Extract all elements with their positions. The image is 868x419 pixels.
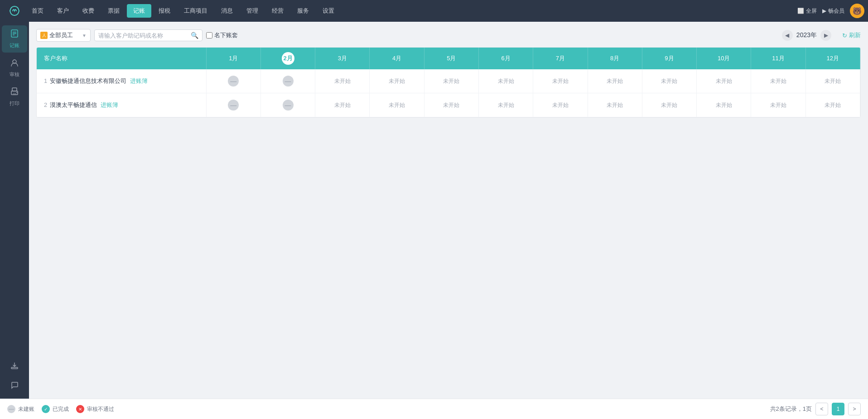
nav-message[interactable]: 消息: [215, 4, 239, 18]
fullscreen-button[interactable]: ⬜ 全屏: [797, 7, 817, 15]
chevron-down-icon: ▼: [82, 33, 87, 38]
download-icon: [10, 361, 19, 372]
month-cell-6: 未开始: [479, 93, 533, 117]
not-created-status: —: [283, 100, 294, 111]
sidebar-item-audit[interactable]: 审核: [2, 54, 27, 82]
enter-ledger-link[interactable]: 进账簿: [101, 101, 118, 108]
refresh-button[interactable]: ↻ 刷新: [842, 31, 861, 39]
nav-tax[interactable]: 报税: [152, 4, 177, 18]
month-cell-11: 未开始: [751, 93, 805, 117]
nav-accounting[interactable]: 记账: [127, 4, 151, 18]
col-header-jul: 7月: [533, 48, 588, 69]
my-accounts-checkbox-input[interactable]: [206, 32, 212, 39]
vip-label: 畅会员: [828, 7, 844, 15]
month-cell-8: 未开始: [588, 69, 642, 93]
not-started-status: 未开始: [552, 102, 569, 108]
month-cell-7: 未开始: [533, 93, 588, 117]
month-cell-3: 未开始: [315, 69, 370, 93]
col-header-nov: 11月: [751, 48, 805, 69]
not-started-status: 未开始: [607, 102, 623, 108]
nav-customer[interactable]: 客户: [51, 4, 75, 18]
pagination: 共2条记录，1页 < 1 >: [770, 403, 861, 415]
employee-label: 全部员工: [49, 31, 80, 39]
completed-label: 已完成: [53, 405, 69, 413]
nav-fee[interactable]: 收费: [76, 4, 101, 18]
month-cell-7: 未开始: [533, 69, 588, 93]
enter-ledger-link[interactable]: 进账簿: [130, 77, 148, 84]
main-layout: 记账 审核 打印: [0, 22, 868, 399]
sidebar-bottom-section: [2, 358, 27, 395]
not-started-status: 未开始: [716, 102, 732, 108]
not-created-label: 未建账: [18, 405, 34, 413]
nav-operation[interactable]: 经营: [265, 4, 290, 18]
search-input[interactable]: [98, 32, 189, 39]
my-accounts-checkbox[interactable]: 名下账套: [206, 31, 238, 39]
not-started-status: 未开始: [389, 78, 405, 84]
sidebar-item-print[interactable]: 打印: [2, 83, 27, 111]
col-header-feb: 2月: [260, 48, 315, 69]
play-icon: ▶: [822, 8, 826, 14]
month-cell-6: 未开始: [479, 69, 533, 93]
nav-invoice[interactable]: 票据: [101, 4, 126, 18]
month-cell-10: 未开始: [697, 69, 751, 93]
col-header-aug: 8月: [588, 48, 642, 69]
col-header-jan: 1月: [206, 48, 260, 69]
col-header-jun: 6月: [479, 48, 533, 69]
sidebar-audit-label: 审核: [10, 71, 19, 78]
page-1-button[interactable]: 1: [832, 403, 844, 415]
nav-menu: 首页 客户 收费 票据 记账 报税 工商项目 消息 管理 经营 服务 设置: [25, 4, 797, 18]
sidebar-item-download[interactable]: [2, 358, 27, 376]
month-cell-1: —: [206, 93, 260, 117]
not-started-status: 未开始: [552, 78, 569, 84]
month-cell-9: 未开始: [642, 93, 696, 117]
prev-year-button[interactable]: ◀: [782, 30, 793, 41]
sidebar-item-chat[interactable]: [2, 377, 27, 395]
sidebar-item-accounting[interactable]: 记账: [2, 25, 27, 53]
col-header-may: 5月: [424, 48, 478, 69]
my-accounts-label: 名下账套: [214, 31, 238, 39]
year-label: 2023年: [796, 31, 817, 39]
employee-icon: 人: [40, 32, 48, 39]
search-icon[interactable]: 🔍: [191, 32, 198, 39]
month-cell-5: 未开始: [424, 69, 478, 93]
completed-icon: ✓: [42, 405, 50, 413]
not-created-status: —: [228, 100, 239, 111]
not-started-status: 未开始: [661, 78, 677, 84]
audit-icon: [10, 58, 19, 69]
toolbar: 人 全部员工 ▼ 🔍 名下账套 ◀ 2023年 ▶ ↻ 刷新: [36, 29, 861, 42]
next-year-button[interactable]: ▶: [820, 30, 831, 41]
not-started-status: 未开始: [607, 78, 623, 84]
prev-page-button[interactable]: <: [815, 403, 828, 415]
not-started-status: 未开始: [443, 78, 459, 84]
month-cell-10: 未开始: [697, 93, 751, 117]
legend-not-created: — 未建账: [7, 405, 34, 413]
not-started-status: 未开始: [770, 102, 786, 108]
nav-manage[interactable]: 管理: [240, 4, 265, 18]
not-started-status: 未开始: [661, 102, 677, 108]
client-name: 漠澳太平畅捷通信: [50, 101, 97, 108]
svg-rect-7: [13, 93, 16, 95]
nav-home[interactable]: 首页: [25, 4, 50, 18]
vip-button[interactable]: ▶ 畅会员: [822, 7, 844, 15]
table-row: 1安徽畅捷通信息技术有限公司进账簿——未开始未开始未开始未开始未开始未开始未开始…: [37, 69, 860, 93]
not-started-status: 未开始: [825, 102, 841, 108]
print-icon: [10, 87, 19, 98]
legend-rejected: ✕ 审核不通过: [76, 405, 114, 413]
svg-rect-5: [12, 88, 17, 91]
col-header-sep: 9月: [642, 48, 696, 69]
nav-settings[interactable]: 设置: [316, 4, 341, 18]
not-created-status: —: [283, 76, 294, 87]
user-avatar[interactable]: 🐻: [850, 4, 864, 18]
nav-business[interactable]: 工商项目: [178, 4, 214, 18]
next-page-button[interactable]: >: [848, 403, 861, 415]
col-header-dec: 12月: [805, 48, 860, 69]
not-started-status: 未开始: [498, 78, 514, 84]
employee-select[interactable]: 人 全部员工 ▼: [36, 29, 91, 42]
legend-completed: ✓ 已完成: [42, 405, 69, 413]
search-box: 🔍: [94, 29, 203, 41]
active-month-indicator: 2月: [282, 52, 294, 65]
col-header-mar: 3月: [315, 48, 370, 69]
nav-service[interactable]: 服务: [291, 4, 315, 18]
accounting-icon: [10, 29, 19, 40]
month-cell-11: 未开始: [751, 69, 805, 93]
